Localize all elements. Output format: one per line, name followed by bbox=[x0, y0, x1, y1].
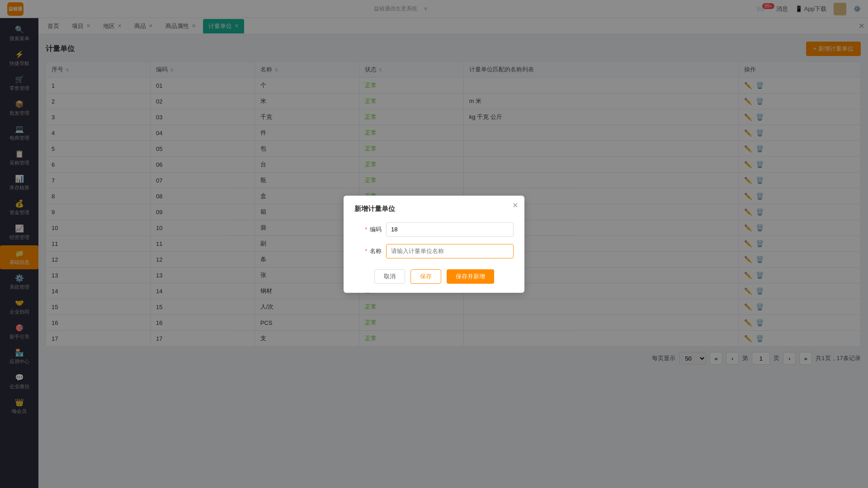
modal: 新增计量单位 ✕ * 编码 * 名称 取消 保存 保存并新增 bbox=[344, 196, 524, 293]
save-button[interactable]: 保存 bbox=[410, 269, 441, 284]
modal-close-button[interactable]: ✕ bbox=[512, 201, 518, 210]
cancel-button[interactable]: 取消 bbox=[374, 269, 405, 284]
modal-overlay: 新增计量单位 ✕ * 编码 * 名称 取消 保存 保存并新增 bbox=[0, 0, 868, 488]
modal-title: 新增计量单位 bbox=[354, 205, 514, 213]
name-label: * 名称 bbox=[354, 247, 382, 255]
modal-footer: 取消 保存 保存并新增 bbox=[354, 269, 514, 284]
name-form-row: * 名称 bbox=[354, 244, 514, 258]
save-new-button[interactable]: 保存并新增 bbox=[447, 269, 494, 284]
code-required-star: * bbox=[365, 226, 367, 233]
code-form-row: * 编码 bbox=[354, 222, 514, 237]
code-input[interactable] bbox=[386, 222, 514, 237]
code-label: * 编码 bbox=[354, 225, 382, 234]
name-input[interactable] bbox=[386, 244, 514, 258]
name-required-star: * bbox=[365, 248, 367, 254]
